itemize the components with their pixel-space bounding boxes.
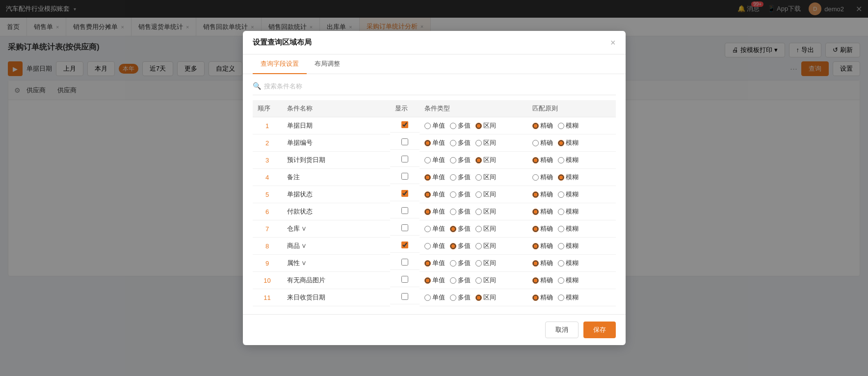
show-checkbox-input[interactable] — [401, 276, 408, 283]
type-option-区间[interactable]: 区间 — [475, 224, 496, 233]
type-option-单值[interactable]: 单值 — [424, 242, 445, 250]
match-option-精确[interactable]: 精确 — [532, 242, 553, 250]
match-option-模糊[interactable]: 模糊 — [558, 173, 579, 182]
tab-layout-label: 布局调整 — [315, 60, 340, 67]
row-order: 7 — [253, 220, 282, 238]
match-option-精确[interactable]: 精确 — [532, 259, 553, 268]
modal-title: 设置查询区域布局 — [253, 38, 312, 47]
type-option-区间[interactable]: 区间 — [475, 276, 496, 282]
row-condition-name: 预计到货日期 — [282, 152, 390, 169]
modal-close-icon[interactable]: × — [610, 38, 616, 47]
row-order: 4 — [253, 169, 282, 186]
row-match-options: 精确模糊 — [527, 238, 616, 255]
match-option-模糊[interactable]: 模糊 — [558, 276, 579, 282]
row-type-options: 单值多值区间 — [420, 152, 527, 169]
match-option-精确[interactable]: 精确 — [532, 276, 553, 282]
tab-query-fields[interactable]: 查询字段设置 — [253, 54, 307, 74]
show-checkbox-input[interactable] — [401, 121, 408, 128]
type-option-单值[interactable]: 单值 — [424, 259, 445, 268]
row-match-options: 精确模糊 — [527, 134, 616, 152]
row-show-checkbox[interactable] — [390, 238, 420, 253]
match-option-精确[interactable]: 精确 — [532, 224, 553, 233]
type-option-区间[interactable]: 区间 — [475, 138, 496, 147]
settings-modal: 设置查询区域布局 × 查询字段设置 布局调整 🔍 — [243, 31, 626, 282]
row-show-checkbox[interactable] — [390, 152, 420, 167]
match-option-模糊[interactable]: 模糊 — [558, 207, 579, 216]
type-option-多值[interactable]: 多值 — [450, 224, 471, 233]
row-show-checkbox[interactable] — [390, 203, 420, 218]
type-option-多值[interactable]: 多值 — [450, 207, 471, 216]
match-option-精确[interactable]: 精确 — [532, 190, 553, 199]
type-option-多值[interactable]: 多值 — [450, 242, 471, 250]
table-row: 4备注单值多值区间精确模糊 — [253, 169, 616, 186]
show-checkbox-input[interactable] — [401, 138, 408, 145]
type-option-多值[interactable]: 多值 — [450, 121, 471, 130]
type-option-多值[interactable]: 多值 — [450, 156, 471, 164]
type-option-单值[interactable]: 单值 — [424, 156, 445, 164]
row-show-checkbox[interactable] — [390, 117, 420, 133]
type-option-单值[interactable]: 单值 — [424, 121, 445, 130]
row-type-options: 单值多值区间 — [420, 186, 527, 203]
row-show-checkbox[interactable] — [390, 134, 420, 150]
table-row: 2单据编号单值多值区间精确模糊 — [253, 134, 616, 152]
match-option-模糊[interactable]: 模糊 — [558, 259, 579, 268]
row-condition-name: 单据日期 — [282, 117, 390, 134]
type-option-区间[interactable]: 区间 — [475, 173, 496, 182]
match-option-模糊[interactable]: 模糊 — [558, 224, 579, 233]
table-row: 9属性 ∨单值多值区间精确模糊 — [253, 255, 616, 272]
table-row: 7仓库 ∨单值多值区间精确模糊 — [253, 220, 616, 238]
show-checkbox-input[interactable] — [401, 173, 408, 180]
row-condition-name: 仓库 ∨ — [282, 220, 390, 238]
type-option-单值[interactable]: 单值 — [424, 207, 445, 216]
type-option-区间[interactable]: 区间 — [475, 190, 496, 199]
match-option-模糊[interactable]: 模糊 — [558, 242, 579, 250]
match-option-精确[interactable]: 精确 — [532, 207, 553, 216]
match-option-模糊[interactable]: 模糊 — [558, 190, 579, 199]
modal-overlay: 设置查询区域布局 × 查询字段设置 布局调整 🔍 — [0, 0, 868, 282]
tab-layout[interactable]: 布局调整 — [307, 54, 348, 74]
match-option-模糊[interactable]: 模糊 — [558, 121, 579, 130]
row-show-checkbox[interactable] — [390, 272, 420, 283]
type-option-区间[interactable]: 区间 — [475, 242, 496, 250]
show-checkbox-input[interactable] — [401, 242, 408, 248]
row-show-checkbox[interactable] — [390, 220, 420, 236]
match-option-精确[interactable]: 精确 — [532, 121, 553, 130]
type-option-单值[interactable]: 单值 — [424, 138, 445, 147]
modal-tabs: 查询字段设置 布局调整 — [243, 54, 626, 74]
type-option-多值[interactable]: 多值 — [450, 138, 471, 147]
match-option-精确[interactable]: 精确 — [532, 156, 553, 164]
show-checkbox-input[interactable] — [401, 190, 408, 197]
type-option-单值[interactable]: 单值 — [424, 224, 445, 233]
type-option-区间[interactable]: 区间 — [475, 207, 496, 216]
row-show-checkbox[interactable] — [390, 186, 420, 201]
row-show-checkbox[interactable] — [390, 169, 420, 184]
match-option-精确[interactable]: 精确 — [532, 138, 553, 147]
type-option-区间[interactable]: 区间 — [475, 259, 496, 268]
row-type-options: 单值多值区间 — [420, 272, 527, 283]
row-condition-name: 备注 — [282, 169, 390, 186]
type-option-区间[interactable]: 区间 — [475, 156, 496, 164]
row-match-options: 精确模糊 — [527, 186, 616, 203]
type-option-多值[interactable]: 多值 — [450, 259, 471, 268]
match-option-精确[interactable]: 精确 — [532, 173, 553, 182]
type-option-单值[interactable]: 单值 — [424, 276, 445, 282]
row-condition-name: 商品 ∨ — [282, 238, 390, 255]
match-option-模糊[interactable]: 模糊 — [558, 138, 579, 147]
show-checkbox-input[interactable] — [401, 207, 408, 214]
th-match: 匹配原则 — [527, 100, 616, 117]
type-option-单值[interactable]: 单值 — [424, 173, 445, 182]
type-option-多值[interactable]: 多值 — [450, 173, 471, 182]
type-option-区间[interactable]: 区间 — [475, 121, 496, 130]
match-option-模糊[interactable]: 模糊 — [558, 156, 579, 164]
show-checkbox-input[interactable] — [401, 156, 408, 162]
row-show-checkbox[interactable] — [390, 255, 420, 270]
tab-query-fields-label: 查询字段设置 — [261, 60, 299, 67]
row-type-options: 单值多值区间 — [420, 134, 527, 152]
type-option-单值[interactable]: 单值 — [424, 190, 445, 199]
search-input[interactable] — [264, 82, 362, 90]
show-checkbox-input[interactable] — [401, 259, 408, 266]
row-match-options: 精确模糊 — [527, 117, 616, 134]
show-checkbox-input[interactable] — [401, 224, 408, 231]
type-option-多值[interactable]: 多值 — [450, 190, 471, 199]
type-option-多值[interactable]: 多值 — [450, 276, 471, 282]
